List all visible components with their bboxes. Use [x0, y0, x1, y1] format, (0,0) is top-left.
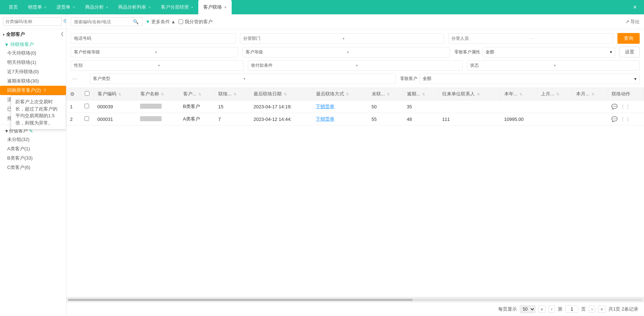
sidebar-item-class-c[interactable]: C类客户(6) [0, 163, 66, 172]
cell-last-month [537, 113, 573, 126]
sidebar-item-class-b[interactable]: B类客户(33) [0, 154, 66, 163]
cell-checkbox[interactable] [81, 113, 94, 126]
more-action-icon[interactable]: ⋮⋮ [620, 116, 630, 122]
manager-dots-icon[interactable]: ··· [531, 36, 610, 41]
sort-type-icon[interactable]: ⇅ [198, 92, 201, 96]
my-customers-checkbox[interactable] [179, 19, 183, 24]
price-level-field[interactable]: 客户价格等级 ▾ [71, 47, 238, 57]
row-checkbox[interactable] [84, 116, 89, 121]
nav-item-purchase[interactable]: 进货单 × [51, 0, 80, 14]
sidebar-item-repurchase[interactable]: 回购异常客户(2) ? [0, 86, 66, 95]
sidebar-search-input[interactable] [3, 17, 62, 26]
sort-this-month-icon[interactable]: ⇅ [592, 92, 594, 96]
sort-date-icon[interactable]: ⇅ [284, 92, 287, 96]
close-customer-contact-icon[interactable]: × [224, 5, 226, 9]
tooltip-box: 距客户上次交易时长，超过了此客户的平均交易周期的1.5倍，则视为异常。 [11, 95, 66, 129]
sidebar-item-today-pending[interactable]: 今天待联络(0) [0, 48, 66, 58]
chevron-up-icon: ▲ [171, 19, 176, 24]
customer-type-field[interactable]: 客户类型 ▾ [90, 74, 396, 84]
more-options-dots[interactable]: ··· [71, 76, 78, 82]
cell-company-contact: 111 [439, 113, 501, 126]
prev-page-button[interactable]: ‹ [548, 306, 555, 313]
nav-item-sales[interactable]: 销货单 × [23, 0, 51, 14]
close-customer-layered-icon[interactable]: × [191, 5, 193, 9]
last-page-button[interactable]: » [598, 306, 606, 313]
payment-field[interactable]: 收付款条件 ▾ [248, 60, 462, 71]
sort-no-contact-icon[interactable]: ⇅ [387, 92, 390, 96]
sidebar-search-icon[interactable]: 🔍 [63, 19, 66, 24]
horizontal-scrollbar[interactable] [66, 297, 644, 302]
close-analysis-list-icon[interactable]: × [148, 5, 150, 9]
filter-search-input[interactable] [74, 19, 131, 24]
nav-item-analysis-list[interactable]: 商品分析列表 × [113, 0, 156, 14]
message-icon[interactable]: 💬 [611, 116, 617, 122]
sidebar-item-tomorrow-pending[interactable]: 明天待联络(1) [0, 58, 66, 67]
gender-field[interactable]: 性别 ▾ [71, 60, 244, 71]
sidebar-group-pending[interactable]: ▼ 待联络客户 [0, 40, 66, 48]
sort-name-icon[interactable]: ⇅ [161, 92, 164, 96]
setting-button[interactable]: 设置 [620, 47, 640, 57]
row-checkbox[interactable] [84, 104, 89, 108]
select-all-checkbox[interactable] [85, 91, 89, 96]
filter-row-3: 性别 ▾ 收付款条件 ▾ 状态 ▾ [71, 60, 640, 71]
value-arrow-icon: ▼ [4, 128, 9, 134]
filter-icon: ▼ [145, 19, 150, 24]
scroll-thumb[interactable] [68, 299, 413, 301]
th-action: 联络动作 [608, 88, 644, 100]
window-close-button[interactable]: × [629, 4, 640, 11]
next-page-button[interactable]: › [589, 306, 595, 313]
status-chevron-icon: ▾ [554, 63, 636, 67]
close-analysis-icon[interactable]: × [106, 5, 108, 9]
cell-name [136, 113, 179, 126]
first-page-button[interactable]: « [538, 306, 546, 313]
table-settings-gear-icon[interactable]: ⚙ [70, 91, 75, 97]
dept-field[interactable]: 分管部门 ▾ [240, 33, 444, 44]
page-number-input[interactable] [565, 306, 578, 313]
sort-overdue-icon[interactable]: ⇅ [422, 92, 425, 96]
last-method-link[interactable]: 下销货单 [316, 104, 334, 109]
sidebar-item-overdue-pending[interactable]: 逾期未联络(30) [0, 76, 66, 86]
export-button[interactable]: ↗ 导出 [625, 19, 640, 25]
filter-more-conditions[interactable]: ▼ 更多条件 ▲ [145, 19, 176, 25]
cell-checkbox[interactable] [81, 100, 94, 113]
per-page-select[interactable]: 50 [520, 305, 536, 313]
sidebar-all-customers[interactable]: ▪ 全部客户 《 [0, 29, 66, 40]
customer-level-field[interactable]: 客户等级 ▾ [242, 47, 450, 57]
phone-field[interactable]: 电话号码 [71, 33, 236, 44]
top-navigation: 首页 销货单 × 进货单 × 商品分析 × 商品分析列表 × 客户分层经营 × … [0, 0, 644, 14]
nav-item-customer-contact[interactable]: 客户联络 × [198, 0, 231, 14]
nav-item-home[interactable]: 首页 [4, 0, 23, 14]
last-method-link[interactable]: 下销货单 [316, 116, 334, 122]
sidebar-item-ungroups[interactable]: 未分组(32) [0, 135, 66, 144]
th-contact-count: 联络... ⇅ [214, 88, 250, 100]
cell-code: 000039 [94, 100, 136, 113]
query-button[interactable]: 查询 [617, 33, 640, 44]
sidebar-collapse-btn[interactable]: 《 [59, 31, 63, 38]
status-field[interactable]: 状态 ▾ [467, 60, 640, 71]
retail-customer-field[interactable]: 全部 ▾ [420, 74, 640, 84]
th-last-contact-method: 最后联络方式 ⇅ [312, 88, 368, 100]
sort-company-icon[interactable]: ⇅ [477, 92, 480, 96]
th-checkbox [81, 88, 94, 100]
nav-item-analysis[interactable]: 商品分析 × [80, 0, 113, 14]
nav-item-customer-layered[interactable]: 客户分层经营 × [156, 0, 198, 14]
close-sales-icon[interactable]: × [44, 5, 46, 9]
cell-company-contact [439, 100, 501, 113]
sort-method-icon[interactable]: ⇅ [346, 92, 349, 96]
advanced-filters: 电话号码 分管部门 ▾ 分管人员 ··· 查询 客户价格等级 ▾ [66, 29, 644, 88]
sidebar-item-7days-pending[interactable]: 近7天待联络(0) [0, 67, 66, 76]
filter-search-icon[interactable]: 🔍 [133, 19, 139, 24]
more-action-icon[interactable]: ⋮⋮ [620, 104, 630, 109]
sort-year-icon[interactable]: ⇅ [519, 92, 522, 96]
sort-contact-icon[interactable]: ⇅ [233, 92, 236, 96]
retail-attr-field[interactable]: 全部 ▾ [482, 47, 615, 57]
message-icon[interactable]: 💬 [611, 104, 617, 109]
th-last-month: 上月... ⇅ [537, 88, 573, 100]
filter-row-1: 电话号码 分管部门 ▾ 分管人员 ··· 查询 [71, 33, 640, 44]
sidebar-item-class-a[interactable]: A类客户(1) [0, 144, 66, 154]
sort-code-icon[interactable]: ⇅ [118, 92, 121, 96]
manager-field[interactable]: 分管人员 ··· [448, 33, 613, 44]
sort-last-month-icon[interactable]: ⇅ [556, 92, 559, 96]
th-year-amount: 本年... ⇅ [500, 88, 537, 100]
close-purchase-icon[interactable]: × [73, 5, 75, 9]
